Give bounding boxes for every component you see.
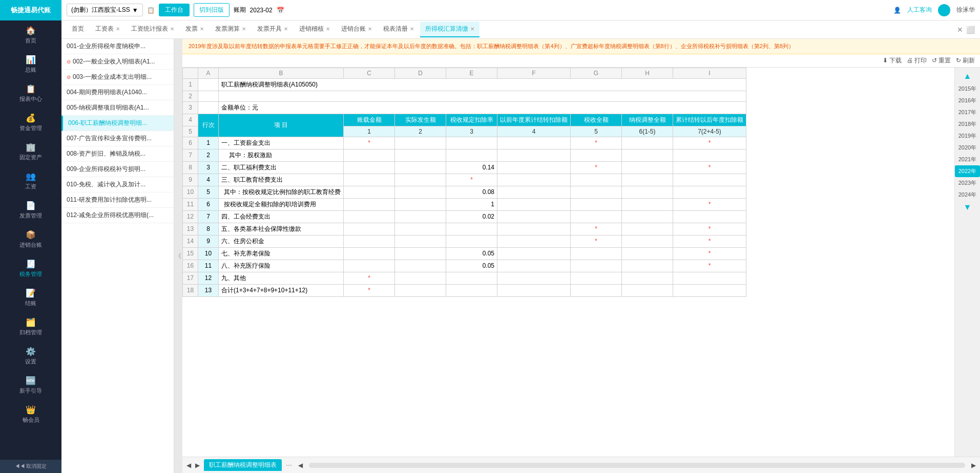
tab-maximize-btn[interactable]: ⬜: [966, 26, 975, 34]
year-down-btn[interactable]: ▼: [962, 201, 974, 214]
tab-ledger[interactable]: 进销台账 ✕: [336, 22, 377, 37]
tab-invoice[interactable]: 发票 ✕: [180, 22, 209, 37]
left-item-007-label: 007-广告宣传和业务宣传费明...: [67, 134, 152, 143]
sheet-tab[interactable]: 职工薪酬纳税调整明细表: [204, 459, 282, 471]
year-2015[interactable]: 2015年: [955, 83, 980, 95]
sidebar-item-payroll[interactable]: 👥 工资: [0, 166, 61, 196]
tab-payroll-report[interactable]: 工资统计报表 ✕: [126, 22, 179, 37]
tab-tax-book[interactable]: 税表清册 ✕: [378, 22, 419, 37]
reset-button[interactable]: ↺ 重置: [932, 56, 951, 65]
year-2020[interactable]: 2020年: [955, 142, 980, 154]
sidebar-item-assets[interactable]: 🏢 固定资产: [0, 137, 61, 166]
year-2019[interactable]: 2019年: [955, 130, 980, 142]
tab-invoice-open-close[interactable]: ✕: [284, 26, 288, 32]
left-item-009-label: 009-企业所得税税补亏损明...: [67, 165, 145, 174]
next-sheet-btn[interactable]: ▶: [195, 462, 200, 469]
tax-icon: 🧾: [26, 259, 36, 269]
sidebar-item-sales[interactable]: 📦 进销台账: [0, 225, 61, 254]
sidebar-item-report[interactable]: 📋 报表中心: [0, 79, 61, 108]
tab-invoice-open[interactable]: 发票开具 ✕: [252, 22, 293, 37]
left-item-006[interactable]: 006-职工薪酬纳税调整明细...: [61, 116, 174, 131]
left-item-002[interactable]: ⊘ 002-一般企业收入明细表(A1...: [61, 54, 174, 70]
row-2-a: [198, 91, 219, 101]
table-row: 9 4 三、职工教育经费支出 *: [183, 174, 746, 186]
header-c1: 账载金额: [344, 114, 395, 126]
tab-tax-book-close[interactable]: ✕: [410, 26, 414, 32]
year-2017[interactable]: 2017年: [955, 106, 980, 118]
left-item-009[interactable]: 009-企业所得税税补亏损明...: [61, 162, 174, 177]
col-h: H: [622, 68, 673, 78]
left-item-003[interactable]: ⊘ 003-一般企业成本支出明细...: [61, 70, 174, 85]
table-area: A B C D E F G H I: [182, 68, 954, 457]
tab-audit-label: 进销稽核: [299, 25, 324, 33]
switch-version-button[interactable]: 切到旧版: [194, 3, 230, 17]
tab-audit[interactable]: 进销稽核 ✕: [294, 22, 335, 37]
col-num-4: 4: [497, 126, 571, 137]
left-item-010-label: 010-免税、减计收入及加计...: [67, 180, 145, 189]
sidebar-item-ledger[interactable]: 📊 总账: [0, 50, 61, 79]
year-2022[interactable]: 2022年: [955, 165, 980, 177]
left-item-010[interactable]: 010-免税、减计收入及加计...: [61, 177, 174, 192]
left-item-001[interactable]: 001-企业所得税年度纳税申...: [61, 39, 174, 54]
sidebar-item-archive[interactable]: 🗂️ 归档管理: [0, 312, 61, 341]
left-item-004[interactable]: 004-期间费用明细表(A1040...: [61, 85, 174, 100]
tab-home-label: 首页: [72, 25, 84, 33]
refresh-icon: ↻: [956, 57, 961, 64]
row-3-num: 3: [183, 101, 198, 114]
year-2016[interactable]: 2016年: [955, 95, 980, 106]
tab-income-tax[interactable]: 所得税汇算清缴 ✕: [420, 22, 479, 37]
collapse-toggle[interactable]: 《: [174, 39, 182, 473]
tab-invoice-close[interactable]: ✕: [200, 26, 204, 32]
tab-audit-close[interactable]: ✕: [326, 26, 330, 32]
tab-payroll-close[interactable]: ✕: [116, 26, 120, 32]
left-item-011[interactable]: 011-研发费用加计扣除优惠明...: [61, 192, 174, 208]
support-label[interactable]: 人工客询: [907, 6, 932, 14]
sidebar-item-tax[interactable]: 🧾 税务管理: [0, 254, 61, 283]
print-button[interactable]: 🖨 打印: [907, 56, 927, 65]
sidebar-item-home[interactable]: 🏠 首页: [0, 20, 61, 50]
sidebar-label-ledger: 总账: [25, 66, 36, 74]
sidebar-item-close[interactable]: 📝 结账: [0, 283, 61, 312]
refresh-button[interactable]: ↻ 刷新: [956, 56, 975, 65]
scroll-left-btn[interactable]: ◀: [298, 462, 303, 469]
tab-payroll-report-close[interactable]: ✕: [170, 26, 174, 32]
tab-payroll[interactable]: 工资表 ✕: [90, 22, 125, 37]
sidebar-item-guide[interactable]: 🆕 新手引导: [0, 371, 61, 400]
tab-home[interactable]: 首页: [67, 22, 89, 37]
scroll-right-btn[interactable]: ▶: [971, 462, 976, 469]
workspace-button[interactable]: 工作台: [159, 4, 190, 16]
prev-sheet-btn[interactable]: ◀: [186, 462, 191, 469]
tab-ledger-label: 进销台账: [341, 25, 366, 33]
sidebar-item-finance[interactable]: 💰 资金管理: [0, 108, 61, 137]
left-item-005-label: 005-纳税调整项目明细表(A1...: [67, 103, 149, 112]
invoice-icon: 📄: [26, 201, 36, 210]
tab-invoice-calc[interactable]: 发票测算 ✕: [210, 22, 251, 37]
row-4-num: 4: [183, 114, 198, 126]
year-2023[interactable]: 2023年: [955, 177, 980, 189]
table-row: 16 11 八、补充医疗保险 0.05 *: [183, 260, 746, 272]
year-2021[interactable]: 2021年: [955, 154, 980, 165]
avatar: [938, 4, 950, 16]
left-item-003-label: 003-一般企业成本支出明细...: [73, 73, 152, 81]
tab-close-all-btn[interactable]: ✕: [957, 26, 963, 34]
horizontal-scrollbar[interactable]: [309, 463, 965, 468]
sidebar-item-settings[interactable]: ⚙️ 设置: [0, 341, 61, 371]
download-button[interactable]: ⬇ 下载: [883, 56, 902, 65]
year-2018[interactable]: 2018年: [955, 118, 980, 130]
tab-income-tax-close[interactable]: ✕: [470, 26, 474, 32]
left-item-008-label: 008-资产折旧、摊销及纳税...: [67, 149, 145, 158]
sidebar-item-invoice[interactable]: 📄 发票管理: [0, 196, 61, 225]
tab-ledger-close[interactable]: ✕: [368, 26, 372, 32]
left-item-008[interactable]: 008-资产折旧、摊销及纳税...: [61, 146, 174, 162]
cancel-fixed-btn[interactable]: ◀◀ 取消固定: [0, 460, 61, 473]
year-up-btn[interactable]: ▲: [962, 70, 974, 83]
left-item-007[interactable]: 007-广告宣传和业务宣传费明...: [61, 131, 174, 146]
company-selector[interactable]: (勿删）江西股宝-LSS ▼: [67, 4, 143, 16]
finance-icon: 💰: [26, 113, 36, 123]
calendar-icon[interactable]: 📅: [277, 7, 284, 14]
left-item-012[interactable]: 012-减免企业所得税优惠明细(...: [61, 208, 174, 223]
tab-invoice-calc-close[interactable]: ✕: [242, 26, 246, 32]
year-2024[interactable]: 2024年: [955, 189, 980, 201]
sidebar-item-member[interactable]: 👑 畅会员: [0, 400, 61, 429]
left-item-005[interactable]: 005-纳税调整项目明细表(A1...: [61, 100, 174, 116]
